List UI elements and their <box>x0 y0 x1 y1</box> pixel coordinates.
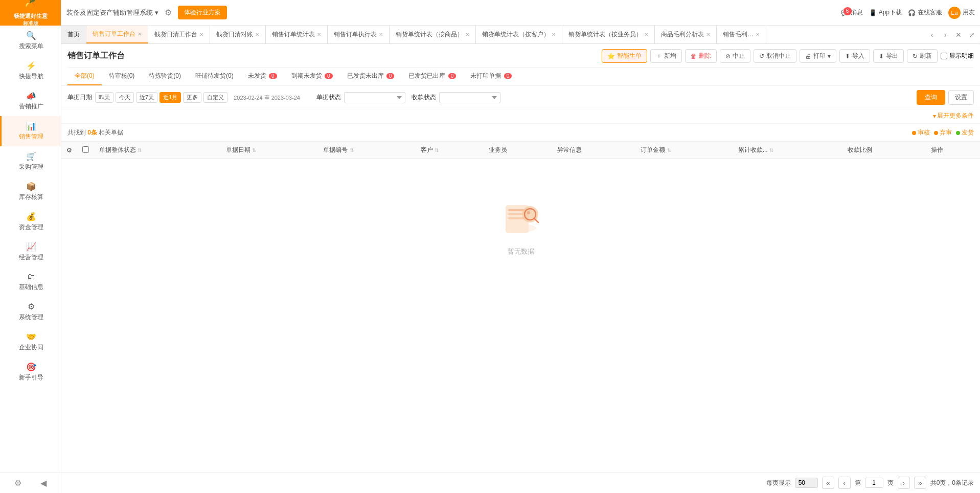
print-icon: 🖨 <box>805 53 811 60</box>
tab-sales-stats-product-close[interactable]: ✕ <box>465 32 469 37</box>
tab-sales-stats-close[interactable]: ✕ <box>317 32 321 37</box>
sub-tab-pending-inspect[interactable]: 待拣验货(0) <box>142 68 188 85</box>
column-settings-icon[interactable]: ⚙ <box>66 147 72 154</box>
smart-create-button[interactable]: ⭐ 智能生单 <box>602 49 647 63</box>
pag-prev[interactable]: ‹ <box>838 477 851 489</box>
cancel-stop-button[interactable]: ↺ 取消中止 <box>754 49 796 63</box>
pag-next[interactable]: › <box>898 477 910 489</box>
sidebar-item-system[interactable]: ⚙ 系统管理 <box>0 297 61 327</box>
topbar-app-download[interactable]: 📱 App下载 <box>869 8 902 17</box>
sub-tab-not-shipped[interactable]: 未发货 0 <box>241 68 284 85</box>
date-last1m[interactable]: 近1月 <box>159 92 181 103</box>
print-button[interactable]: 🖨 打印 ▾ <box>800 49 836 63</box>
date-sort-icon[interactable]: ⇅ <box>252 147 256 153</box>
col-settings[interactable]: ⚙ <box>61 142 77 159</box>
tab-cash-daily[interactable]: 钱货日清工作台 ✕ <box>148 26 210 43</box>
pag-current-input[interactable] <box>865 478 883 488</box>
payment-filter-select[interactable] <box>439 92 500 103</box>
show-detail-checkbox[interactable] <box>941 53 947 59</box>
topbar-user[interactable]: Ea 用友 <box>948 7 975 19</box>
select-all-checkbox[interactable] <box>82 146 89 153</box>
status-filter-select[interactable] <box>344 92 405 103</box>
tab-gross-margin-close[interactable]: ✕ <box>706 32 710 37</box>
tab-sales-exec-close[interactable]: ✕ <box>379 32 383 37</box>
amount-sort-icon[interactable]: ⇅ <box>667 147 671 153</box>
date-custom[interactable]: 自定义 <box>203 92 227 103</box>
query-button[interactable]: 查询 <box>917 90 945 105</box>
tab-close-all[interactable]: ✕ <box>952 29 965 41</box>
col-status: 单据整体状态 ⇅ <box>94 142 221 159</box>
sidebar-item-finance[interactable]: 💰 资金管理 <box>0 207 61 237</box>
tab-sales-workbench[interactable]: 销售订单工作台 ✕ <box>86 26 148 43</box>
tab-home[interactable]: 首页 <box>61 26 86 43</box>
tab-sales-stats-staff-close[interactable]: ✕ <box>644 32 648 37</box>
tab-sales-stats-customer[interactable]: 销货单统计表（按客户） ✕ <box>476 26 562 43</box>
system-title-dropdown[interactable]: 装备及固定资产辅助管理系统 ▾ <box>66 8 158 17</box>
collapse-icon[interactable]: ◀ <box>40 478 47 488</box>
topbar-online-service[interactable]: 🎧 在线客服 <box>908 8 942 17</box>
sidebar-item-basic[interactable]: 🗂 基础信息 <box>0 267 61 297</box>
tab-sales-stats-customer-close[interactable]: ✕ <box>552 32 556 37</box>
date-more[interactable]: 更多 <box>183 92 201 103</box>
tab-sales-stats[interactable]: 销售订单统计表 ✕ <box>266 26 328 43</box>
review-action[interactable]: 审核 <box>912 128 930 137</box>
topbar-message[interactable]: 💬 6 消息 <box>841 8 863 17</box>
sub-tab-all[interactable]: 全部(0) <box>67 68 102 85</box>
sub-tab-expired-not-shipped[interactable]: 到期未发货 0 <box>284 68 340 85</box>
solution-button[interactable]: 体验行业方案 <box>178 6 227 19</box>
sub-tab-wangpu[interactable]: 旺铺待发货(0) <box>188 68 241 85</box>
sidebar-item-purchase[interactable]: 🛒 采购管理 <box>0 146 61 176</box>
per-page-select[interactable]: 50 10 20 100 <box>795 478 818 488</box>
topbar-gear-icon[interactable]: ⚙ <box>165 8 172 17</box>
tab-scroll-left[interactable]: ‹ <box>926 29 938 41</box>
settings-bottom-icon[interactable]: ⚙ <box>14 478 21 488</box>
sidebar-item-guide[interactable]: 🎯 新手引导 <box>0 357 61 387</box>
sub-tab-shipped-in[interactable]: 已发货已出库 0 <box>401 68 463 85</box>
delete-button[interactable]: 🗑 删除 <box>685 49 717 63</box>
collected-sort-icon[interactable]: ⇅ <box>769 147 773 153</box>
pag-first[interactable]: « <box>822 477 834 489</box>
ship-action[interactable]: 发货 <box>956 128 974 137</box>
sidebar-item-inventory[interactable]: 📦 库存核算 <box>0 176 61 207</box>
export-button[interactable]: ⬇ 导出 <box>873 49 904 63</box>
date-yesterday[interactable]: 昨天 <box>95 92 113 103</box>
number-sort-icon[interactable]: ⇅ <box>350 147 354 153</box>
tab-sales-more-close[interactable]: ✕ <box>756 32 760 37</box>
import-button[interactable]: ⬆ 导入 <box>839 49 870 63</box>
status-sort-icon[interactable]: ⇅ <box>138 147 142 153</box>
col-checkbox[interactable] <box>77 142 94 159</box>
pag-last[interactable]: » <box>914 477 926 489</box>
sidebar-item-sales[interactable]: 📊 销售管理 <box>0 116 61 146</box>
sub-tab-not-printed[interactable]: 未打印单据 0 <box>463 68 519 85</box>
tab-sales-stats-product[interactable]: 销货单统计表（按商品） ✕ <box>390 26 476 43</box>
tab-maximize[interactable]: ⤢ <box>966 29 978 41</box>
tab-cash-reconcile-close[interactable]: ✕ <box>255 32 259 37</box>
stop-button[interactable]: ⊘ 中止 <box>720 49 750 63</box>
sidebar-item-quick-nav[interactable]: ⚡ 快捷导航 <box>0 56 61 86</box>
refresh-button[interactable]: ↻ 刷新 <box>907 49 938 63</box>
sub-tab-shipped-not-in[interactable]: 已发货未出库 0 <box>340 68 402 85</box>
tab-sales-more[interactable]: 销售毛利… ✕ <box>717 26 766 43</box>
tab-cash-reconcile[interactable]: 钱货日清对账 ✕ <box>210 26 266 43</box>
expand-conditions-btn[interactable]: ▾ 展开更多条件 <box>933 111 974 120</box>
date-today[interactable]: 今天 <box>116 92 134 103</box>
sidebar-item-search[interactable]: 🔍 搜索菜单 <box>0 26 61 56</box>
cancel-review-action[interactable]: 弃审 <box>934 128 952 137</box>
tab-gross-margin[interactable]: 商品毛利分析表 ✕ <box>655 26 717 43</box>
tab-sales-exec[interactable]: 销售订单执行表 ✕ <box>328 26 390 43</box>
customer-sort-icon[interactable]: ⇅ <box>435 147 439 153</box>
tab-scroll-right[interactable]: › <box>939 29 951 41</box>
message-label: 消息 <box>851 8 863 17</box>
tab-sales-stats-staff[interactable]: 销货单统计表（按业务员） ✕ <box>562 26 655 43</box>
table-scroll-container[interactable]: ⚙ 单据整体状态 ⇅ 单据日期 ⇅ <box>61 142 980 472</box>
tab-sales-workbench-close[interactable]: ✕ <box>138 31 142 37</box>
sidebar-item-collab[interactable]: 🤝 企业协同 <box>0 327 61 357</box>
sub-tab-pending-review[interactable]: 待审核(0) <box>102 68 142 85</box>
sidebar-item-operation[interactable]: 📈 经营管理 <box>0 237 61 267</box>
date-last7[interactable]: 近7天 <box>136 92 157 103</box>
settings-filter-button[interactable]: 设置 <box>948 90 974 105</box>
new-button[interactable]: ＋ 新增 <box>650 49 682 63</box>
sidebar-item-marketing[interactable]: 📣 营销推广 <box>0 86 61 116</box>
tab-cash-daily-close[interactable]: ✕ <box>199 32 203 37</box>
show-detail-checkbox-label[interactable]: 显示明细 <box>941 52 974 60</box>
